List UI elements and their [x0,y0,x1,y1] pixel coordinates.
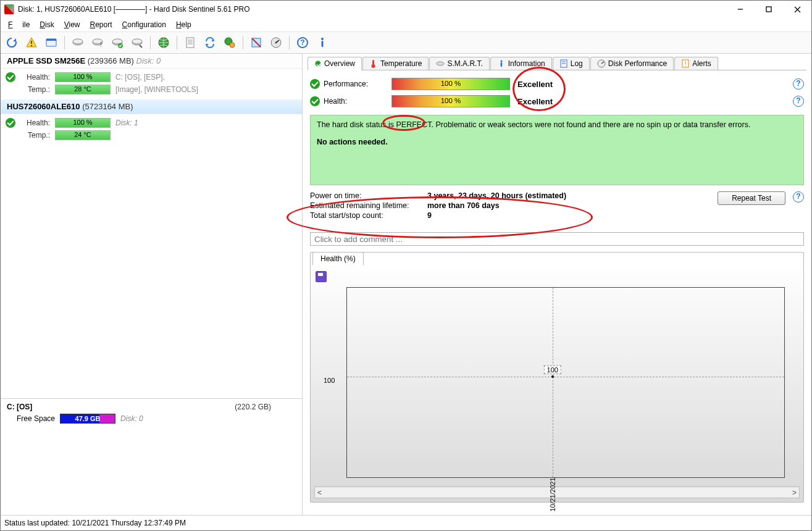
gauge-icon [597,59,606,68]
check-icon [316,61,321,67]
toolbar-separator [289,36,290,49]
crosshair-vertical [553,288,553,477]
window-buttons [726,1,811,18]
toolbar-separator [64,36,65,49]
svg-point-31 [321,38,324,40]
refresh-icon[interactable] [3,34,20,51]
startstop-value: 9 [427,211,566,220]
status-text-2: Problematic or weak sectors were not fou… [435,120,750,129]
disk-header: APPLE SSD SM256E (239366 MB) Disk: 0 [1,54,302,69]
tab-overview[interactable]: Overview [308,57,362,70]
disk-tool-1-icon[interactable] [69,34,86,51]
menu-file[interactable]: File [3,19,35,30]
scroll-right-icon[interactable]: > [790,488,799,497]
health-label: Health: [324,97,347,106]
remaining-value: more than 706 days [427,201,566,210]
tab-disk-performance[interactable]: Disk Performance [590,57,674,70]
toolbar: ! ? [1,32,811,54]
tab-label: Disk Performance [608,59,667,68]
svg-rect-37 [500,62,502,67]
tab-temperature[interactable]: Temperature [362,57,429,70]
help-icon[interactable]: ? [294,34,311,51]
benchmark-icon[interactable] [267,34,285,51]
svg-rect-7 [46,39,56,41]
menu-report[interactable]: Report [85,19,117,30]
right-panel: Overview Temperature S.M.A.R.T. Informat… [303,54,811,515]
help-icon[interactable]: ? [793,191,804,203]
statusbar: Status last updated: 10/21/2021 Thursday… [1,515,811,530]
maximize-button[interactable] [755,1,783,18]
tab-information[interactable]: Information [490,57,552,70]
check-icon [6,72,15,82]
save-icon[interactable] [316,271,327,282]
globe-icon[interactable] [155,34,172,51]
help-icon[interactable]: ? [793,96,804,107]
no-actions-text: No actions needed. [317,138,797,146]
chart-area: 100 100 10/21/2021 < > [311,266,803,502]
scroll-left-icon[interactable]: < [315,488,324,497]
warning-icon[interactable] [23,34,40,51]
comment-input[interactable] [310,232,804,246]
disk-item[interactable]: APPLE SSD SM256E (239366 MB) Disk: 0 Hea… [1,54,302,99]
disk-tool-3-icon[interactable] [109,34,126,51]
disk-tool-2-icon[interactable]: ! [89,34,106,51]
chart-tab-label[interactable]: Health (%) [312,252,364,266]
repeat-test-button[interactable]: Repeat Test [718,191,785,205]
temp-bar: 28 °C [55,85,111,94]
tab-label: Log [571,59,583,68]
check-icon [310,79,320,89]
toolbar-separator [177,36,177,49]
world-config-icon[interactable] [221,34,238,51]
svg-rect-1 [766,7,771,12]
svg-point-28 [275,42,277,44]
disk-number: Disk: 1 [115,119,138,127]
stats-row: Power on time: 3 years, 23 days, 20 hour… [310,191,804,220]
health-rating: Excellent [517,97,553,106]
disk-tool-4-icon[interactable] [128,34,146,51]
x-tick: 10/21/2021 [549,477,556,511]
sync-icon[interactable] [201,34,219,51]
y-tick: 100 [324,377,335,384]
tab-log[interactable]: Log [553,57,590,70]
disk-partitions: C: [OS], [ESP], [115,73,165,82]
check-icon [6,118,15,128]
left-panel: APPLE SSD SM256E (239366 MB) Disk: 0 Hea… [1,54,303,515]
panel-icon[interactable] [43,34,60,51]
disk-item[interactable]: HUS726060ALE610 (5723164 MB) Health: 100… [1,99,302,145]
check-icon [310,96,320,106]
performance-rating: Excellent [517,80,553,89]
menu-disk[interactable]: Disk [35,19,59,30]
performance-label: Performance: [324,80,368,88]
status-text: Status last updated: 10/21/2021 Thursday… [4,519,186,527]
menu-help[interactable]: Help [171,19,196,30]
info-icon[interactable] [314,34,331,51]
close-button[interactable] [783,1,811,18]
volume-header[interactable]: C: [OS] (220.2 GB) [6,401,297,412]
menu-configuration[interactable]: Configuration [117,19,171,30]
tab-label: Information [508,59,545,68]
tab-label: Alerts [692,59,711,68]
svg-point-24 [230,43,235,48]
temp-bar: 24 °C [55,130,111,140]
minimize-button[interactable] [726,1,755,18]
tab-smart[interactable]: S.M.A.R.T. [429,57,489,70]
health-bar: 100 % [55,118,111,128]
help-icon[interactable]: ? [793,78,804,90]
app-icon [4,4,14,14]
disk-name: APPLE SSD SM256E [7,56,85,65]
tabstrip: Overview Temperature S.M.A.R.T. Informat… [308,55,806,70]
data-point [551,375,554,378]
status-text: The hard disk status is [317,120,396,129]
volume-row: Free Space 47.9 GB Disk: 0 [6,412,297,429]
menu-view[interactable]: View [59,19,85,30]
tests-icon[interactable] [248,34,265,51]
horizontal-scrollbar[interactable]: < > [314,487,800,498]
log-icon [559,59,568,68]
disk-icon [436,59,445,68]
chart-plot[interactable]: 100 100 10/21/2021 [346,287,785,478]
report-icon[interactable] [182,34,199,51]
disk-size: (5723164 MB) [82,102,133,111]
overview-body: Performance: 100 % Excellent ? Health: 1… [308,70,806,503]
tab-alerts[interactable]: ! Alerts [674,57,718,70]
health-bar: 100 % [391,95,510,107]
